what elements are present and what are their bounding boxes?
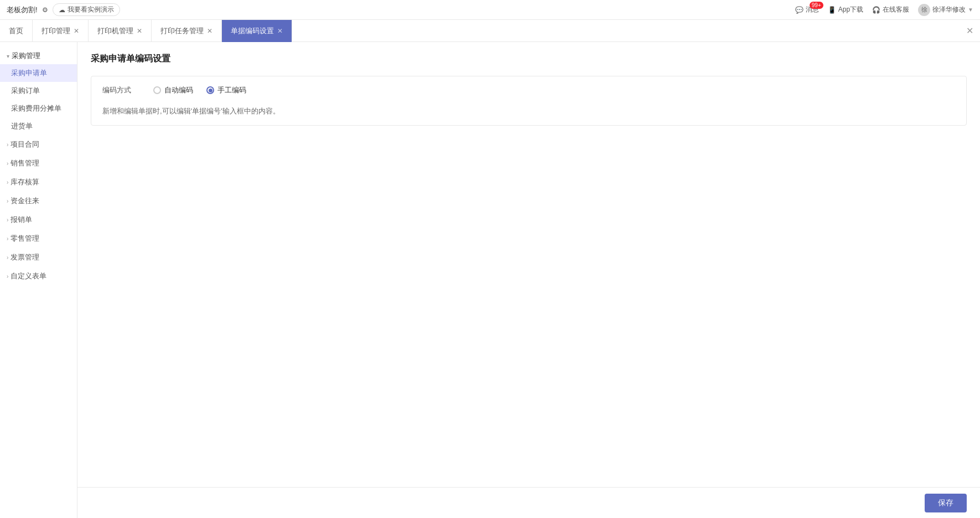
tab-single-code-settings[interactable]: 单据编码设置 ✕: [222, 20, 292, 42]
content-area: 采购申请单编码设置 编码方式 自动编码 手工编码: [77, 42, 980, 518]
expand-icon: ›: [7, 160, 8, 167]
app-download-button[interactable]: 📱 App下载: [828, 5, 863, 14]
sidebar-group-sales[interactable]: › 销售管理: [0, 154, 77, 173]
tab-print-task-mgmt[interactable]: 打印任务管理 ✕: [152, 20, 222, 42]
avatar: 徐: [918, 4, 930, 16]
phone-icon: 📱: [828, 6, 836, 14]
sidebar-item-purchase-requisition[interactable]: 采购申请单: [0, 64, 77, 82]
messages-button[interactable]: 💬 消息 99+: [795, 5, 819, 14]
expand-icon: ›: [7, 255, 8, 261]
gear-icon: ⚙: [42, 6, 48, 14]
sidebar-item-stock-in-label: 进货单: [11, 122, 33, 130]
demo-button[interactable]: ☁ 我要看实例演示: [53, 3, 120, 16]
message-icon: 💬: [795, 6, 803, 14]
expand-icon: ›: [7, 142, 8, 148]
user-name: 徐泽华修改: [932, 5, 966, 14]
sidebar-group-expense-report[interactable]: › 报销单: [0, 210, 77, 229]
tab-single-code-settings-close[interactable]: ✕: [277, 27, 283, 35]
radio-group: 自动编码 手工编码: [153, 85, 246, 95]
sidebar-group-funds[interactable]: › 资金往来: [0, 191, 77, 210]
user-profile[interactable]: 徐 徐泽华修改 ▼: [918, 4, 973, 16]
sidebar-group-custom-form-label: 自定义表单: [11, 271, 46, 281]
encoding-section: 编码方式 自动编码 手工编码 新增和编辑单据时,可以编辑'单据编号'输入框中的内…: [91, 76, 967, 126]
online-service-label: 在线客服: [883, 5, 909, 14]
main-layout: ▾ 采购管理 采购申请单 采购订单 采购费用分摊单 进货单 › 项目合同 › 销…: [0, 42, 980, 518]
sidebar-group-funds-label: 资金往来: [11, 196, 39, 206]
tab-print-task-mgmt-close[interactable]: ✕: [207, 27, 212, 35]
sidebar-group-retail[interactable]: › 零售管理: [0, 229, 77, 248]
encoding-method-label: 编码方式: [102, 85, 136, 95]
tab-print-task-mgmt-label: 打印任务管理: [160, 26, 204, 36]
sidebar-group-project-contract[interactable]: › 项目合同: [0, 135, 77, 154]
expand-icon: ›: [7, 236, 8, 242]
headset-icon: 🎧: [872, 6, 880, 14]
manual-code-label: 手工编码: [217, 85, 246, 95]
tab-print-mgmt[interactable]: 打印管理 ✕: [33, 20, 89, 42]
app-download-label: App下载: [838, 5, 863, 14]
sidebar-group-purchase: ▾ 采购管理 采购申请单 采购订单 采购费用分摊单 进货单: [0, 46, 77, 135]
cloud-icon: ☁: [59, 6, 65, 14]
tab-printer-mgmt-label: 打印机管理: [97, 26, 133, 36]
sidebar-item-purchase-requisition-label: 采购申请单: [11, 69, 47, 77]
avatar-text: 徐: [921, 6, 927, 14]
sidebar-group-invoice[interactable]: › 发票管理: [0, 248, 77, 267]
radio-auto-code[interactable]: 自动编码: [153, 85, 193, 95]
sidebar-item-purchase-expense[interactable]: 采购费用分摊单: [0, 100, 77, 117]
online-service-button[interactable]: 🎧 在线客服: [872, 5, 909, 14]
expand-icon: ›: [7, 273, 8, 279]
sidebar-item-purchase-order[interactable]: 采购订单: [0, 82, 77, 100]
top-bar: 老板勿割! ⚙ ☁ 我要看实例演示 💬 消息 99+ 📱 App下载 🎧 在线客…: [0, 0, 980, 20]
sidebar-item-stock-in[interactable]: 进货单: [0, 117, 77, 135]
sidebar-group-inventory-label: 库存核算: [11, 177, 39, 187]
sidebar-item-purchase-order-label: 采购订单: [11, 86, 40, 95]
sidebar-group-inventory[interactable]: › 库存核算: [0, 173, 77, 191]
radio-manual-code[interactable]: 手工编码: [206, 85, 246, 95]
sidebar-group-custom-form[interactable]: › 自定义表单: [0, 267, 77, 286]
sidebar-group-purchase-toggle[interactable]: ▾ 采购管理: [0, 46, 77, 64]
tab-print-mgmt-close[interactable]: ✕: [74, 27, 79, 35]
close-all-tabs-button[interactable]: ✕: [960, 20, 980, 42]
page-title: 采购申请单编码设置: [91, 53, 967, 65]
tab-bar: 首页 打印管理 ✕ 打印机管理 ✕ 打印任务管理 ✕ 单据编码设置 ✕ ✕: [0, 20, 980, 42]
collapse-icon: ▾: [7, 53, 9, 59]
radio-manual-circle: [206, 86, 214, 94]
tab-home[interactable]: 首页: [0, 20, 33, 42]
sidebar-group-retail-label: 零售管理: [11, 234, 39, 244]
sidebar-item-purchase-expense-label: 采购费用分摊单: [11, 104, 61, 112]
sidebar-group-sales-label: 销售管理: [11, 158, 39, 168]
tab-printer-mgmt[interactable]: 打印机管理 ✕: [89, 20, 152, 42]
sidebar-group-project-contract-label: 项目合同: [11, 139, 39, 149]
auto-code-label: 自动编码: [164, 85, 193, 95]
sidebar: ▾ 采购管理 采购申请单 采购订单 采购费用分摊单 进货单 › 项目合同 › 销…: [0, 42, 77, 518]
brand-text: 老板勿割!: [7, 5, 38, 15]
tab-print-mgmt-label: 打印管理: [42, 26, 70, 36]
expand-icon: ›: [7, 198, 8, 204]
content-inner: 采购申请单编码设置 编码方式 自动编码 手工编码: [77, 42, 980, 487]
sidebar-group-purchase-label: 采购管理: [12, 51, 40, 61]
save-button[interactable]: 保存: [925, 494, 967, 512]
sidebar-group-invoice-label: 发票管理: [11, 252, 39, 262]
encoding-description: 新增和编辑单据时,可以编辑'单据编号'输入框中的内容。: [102, 106, 955, 116]
radio-auto-circle: [153, 86, 161, 94]
content-footer: 保存: [77, 487, 980, 518]
top-bar-left: 老板勿割! ⚙ ☁ 我要看实例演示: [7, 3, 120, 16]
top-bar-right: 💬 消息 99+ 📱 App下载 🎧 在线客服 徐 徐泽华修改 ▼: [795, 4, 973, 16]
expand-icon: ›: [7, 217, 8, 223]
settings-button[interactable]: ⚙: [42, 6, 48, 14]
messages-badge: 99+: [810, 2, 823, 9]
tab-home-label: 首页: [9, 26, 23, 36]
sidebar-group-expense-report-label: 报销单: [11, 215, 32, 225]
demo-text: 我要看实例演示: [68, 5, 114, 14]
expand-icon: ›: [7, 179, 8, 185]
tab-single-code-settings-label: 单据编码设置: [231, 26, 274, 36]
chevron-down-icon: ▼: [968, 7, 973, 13]
tab-printer-mgmt-close[interactable]: ✕: [137, 27, 142, 35]
encoding-row: 编码方式 自动编码 手工编码: [102, 85, 955, 95]
